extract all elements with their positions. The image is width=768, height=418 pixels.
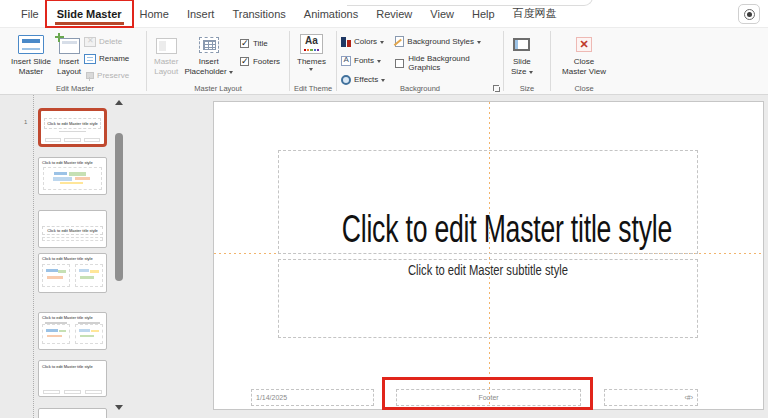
tab-help[interactable]: Help [463, 2, 504, 26]
themes-button[interactable]: Aa Themes [294, 31, 329, 73]
close-master-view-icon: ✕ [576, 37, 592, 52]
insert-placeholder-label: Insert [199, 57, 219, 67]
master-slide-number: 1 [24, 119, 27, 125]
thumbnail-master[interactable]: Click to edit Master title style [38, 108, 107, 147]
footer-text: Footer [478, 394, 498, 401]
ribbon-group-size: Slide Size Size [504, 28, 550, 94]
insert-layout-button[interactable]: Insert Layout [54, 31, 84, 78]
group-label-master-layout: Master Layout [147, 84, 289, 93]
fonts-icon: A [341, 56, 351, 66]
tab-slide-master-label: Slide Master [57, 8, 122, 20]
thumbnail-title-and-content[interactable]: Click to edit Master title style [38, 157, 107, 195]
tab-baidu-netdisk[interactable]: 百度网盘 [504, 0, 566, 27]
delete-button: Delete [84, 35, 129, 48]
chevron-down-icon [229, 71, 233, 74]
master-layout-button: Master Layout [151, 31, 181, 78]
chevron-down-icon [377, 60, 381, 63]
chevron-down-icon [380, 41, 384, 44]
title-checkbox[interactable] [240, 39, 249, 48]
footer-placeholder[interactable]: Footer [396, 389, 581, 406]
tab-view[interactable]: View [421, 2, 463, 26]
master-layout-icon [156, 38, 177, 54]
date-placeholder[interactable]: 1/14/2025 [251, 389, 374, 406]
menu-bar: File Slide Master Home Insert Transition… [0, 0, 768, 28]
tab-transitions[interactable]: Transitions [223, 2, 294, 26]
thumbnail-connector-line [33, 95, 34, 418]
date-text: 1/14/2025 [256, 394, 287, 401]
ribbon-group-close: ✕ Close Master View Close [551, 28, 617, 94]
background-styles-button[interactable]: Background Styles [395, 35, 499, 48]
tab-file[interactable]: File [12, 2, 48, 26]
tab-slide-master[interactable]: Slide Master [48, 2, 131, 26]
group-label-background: Background [337, 84, 503, 93]
ribbon-group-background: Colors A Fonts Effects Background Sty [337, 28, 503, 94]
insert-slide-master-button[interactable]: Insert Slide Master [8, 31, 54, 78]
group-label-size: Size [504, 84, 550, 93]
rename-icon [84, 54, 96, 64]
subtitle-placeholder-text: Click to edit Master subtitle style [321, 262, 655, 278]
title-checkbox-label: Title [253, 39, 268, 48]
slide-size-button[interactable]: Slide Size [508, 31, 536, 78]
subtitle-placeholder[interactable]: Click to edit Master subtitle style [278, 259, 698, 338]
tab-review[interactable]: Review [367, 2, 421, 26]
thumbnail-partial[interactable] [38, 408, 107, 418]
thumbnail-scrollbar[interactable] [112, 95, 126, 418]
record-icon [744, 9, 755, 20]
chevron-down-icon [309, 68, 313, 71]
rename-button[interactable]: Rename [84, 52, 129, 65]
ribbon-group-edit-theme: Aa Themes Edit Theme [290, 28, 336, 94]
tab-home[interactable]: Home [131, 2, 178, 26]
title-placeholder-text: Click to edit Master title style [342, 208, 635, 251]
thumbnail-comparison[interactable]: Click to edit Master title style [38, 312, 107, 350]
slide-size-label: Slide [513, 57, 531, 67]
preserve-icon [84, 71, 94, 81]
themes-icon: Aa [300, 34, 323, 54]
insert-layout-label: Insert [59, 57, 79, 67]
hide-background-graphics-checkbox[interactable] [395, 59, 404, 68]
insert-placeholder-button[interactable]: Insert Placeholder [181, 31, 235, 78]
thumbnail-title-text: Click to edit Master title style [47, 121, 98, 126]
workspace: 1 Click to edit Master title style Click… [0, 95, 768, 418]
scroll-up-arrow-icon[interactable] [115, 100, 123, 105]
group-label-edit-master: Edit Master [4, 84, 146, 93]
thumbnail-section-header[interactable]: Click to edit Master title style [38, 210, 107, 248]
insert-layout-icon [59, 38, 80, 54]
title-placeholder[interactable]: Click to edit Master title style [278, 150, 698, 254]
colors-icon [341, 37, 351, 47]
vertical-guide [489, 102, 490, 409]
thumbnail-title-only[interactable]: Click to edit Master title style [38, 360, 107, 397]
scrollbar-thumb[interactable] [115, 133, 123, 281]
colors-button[interactable]: Colors [341, 35, 385, 48]
chevron-down-icon [381, 79, 385, 82]
record-button[interactable] [738, 4, 760, 24]
slide-editing-area: Click to edit Master title style Click t… [213, 101, 764, 410]
slide-number-placeholder[interactable]: ‹#› [604, 389, 698, 406]
close-master-view-label: Close [574, 57, 594, 67]
insert-placeholder-icon [199, 37, 219, 53]
group-label-close: Close [551, 84, 617, 93]
title-checkbox-row[interactable]: Title [240, 39, 280, 48]
footers-checkbox[interactable] [240, 57, 249, 66]
active-tab-underline [55, 22, 124, 25]
chevron-down-icon [529, 71, 533, 74]
preserve-button: Preserve [84, 69, 129, 82]
close-master-view-button[interactable]: ✕ Close Master View [559, 31, 609, 78]
scroll-down-arrow-icon[interactable] [115, 405, 123, 410]
ribbon: Insert Slide Master Insert Layout Delete… [0, 28, 768, 95]
tab-animations[interactable]: Animations [295, 2, 367, 26]
tab-insert[interactable]: Insert [178, 2, 224, 26]
fonts-button[interactable]: A Fonts [341, 54, 385, 67]
hide-background-graphics-row[interactable]: Hide Background Graphics [395, 54, 499, 72]
insert-slide-master-icon [18, 35, 44, 54]
insert-slide-master-label: Insert Slide [11, 57, 51, 67]
effects-icon [341, 75, 351, 85]
ribbon-group-edit-master: Insert Slide Master Insert Layout Delete… [4, 28, 146, 94]
group-label-edit-theme: Edit Theme [290, 84, 336, 93]
thumbnail-two-content[interactable]: Click to edit Master title style [38, 253, 107, 293]
chevron-down-icon [477, 41, 481, 44]
background-styles-icon [395, 36, 404, 47]
master-layout-label: Master [154, 57, 178, 67]
footers-checkbox-row[interactable]: Footers [240, 57, 280, 66]
slide-number-text: ‹#› [684, 394, 693, 401]
themes-label: Themes [297, 57, 326, 67]
